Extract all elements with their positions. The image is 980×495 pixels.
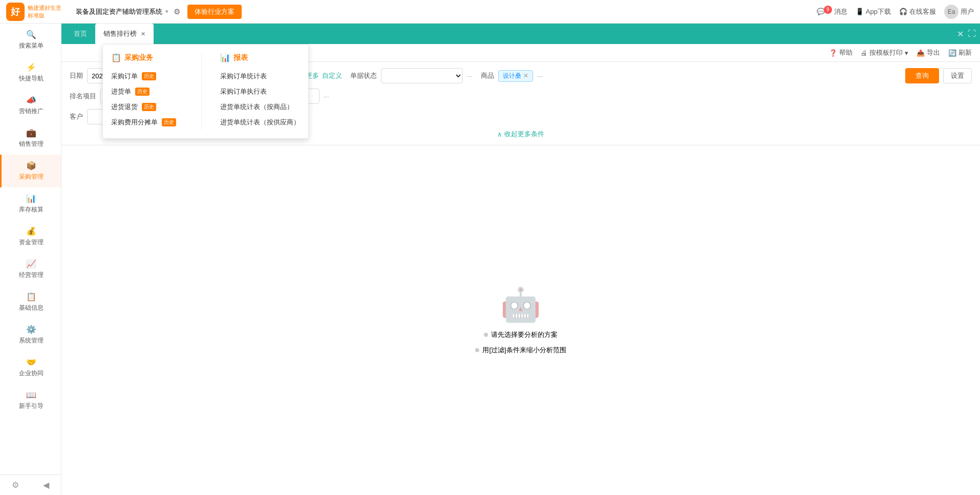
menu-item-report-2[interactable]: 采购订单执行表 (220, 84, 300, 99)
collapse-sidebar-btn[interactable]: ◀ (43, 480, 49, 490)
purchase-section-header: 📋 采购业务 (111, 53, 183, 62)
purchase-icon: 📦 (26, 161, 36, 170)
sidebar-item-inventory[interactable]: 📊 库存核算 (0, 187, 61, 220)
query-btn[interactable]: 查询 (905, 68, 939, 83)
voucher-status-select[interactable] (381, 68, 463, 83)
sidebar-label-inventory: 库存核算 (19, 205, 44, 214)
menu-label-report-3: 进货单统计表（按商品） (220, 102, 293, 112)
industry-btn[interactable]: 体验行业方案 (187, 5, 242, 19)
sidebar-item-sales[interactable]: 💼 销售管理 (0, 122, 61, 155)
report-section: 📊 报表 采购订单统计表 采购订单执行表 进货单统计表（按商品） 进货单统计表（… (220, 53, 300, 130)
salesperson-more[interactable]: ··· (324, 93, 329, 100)
help-btn[interactable]: ❓ 帮助 (829, 48, 853, 57)
menu-item-expense[interactable]: 采购费用分摊单 历史 (111, 115, 183, 130)
empty-dot-1 (484, 333, 488, 337)
export-btn[interactable]: 📤 导出 (917, 48, 940, 57)
voucher-status-more[interactable]: ··· (467, 72, 473, 80)
user-avatar-btn[interactable]: Ea 用户 (944, 5, 974, 19)
settings-footer-btn[interactable]: ⚙ (12, 480, 19, 490)
setting-btn[interactable]: 设置 (943, 68, 972, 83)
collapse-btn[interactable]: ∧ 收起更多条件 (497, 130, 544, 139)
guide-icon: 📖 (26, 390, 36, 400)
sidebar-item-enterprise[interactable]: 🤝 企业协同 (0, 351, 61, 384)
sidebar-item-quicknav[interactable]: ⚡ 快捷导航 (0, 56, 61, 89)
app-download-btn[interactable]: 📱 App下载 (856, 7, 891, 16)
print-dropdown-icon[interactable]: ▾ (905, 49, 908, 57)
menu-item-purchase-order[interactable]: 采购订单 历史 (111, 69, 183, 84)
logo-text: 畅捷通好生意 标准版 (28, 4, 61, 19)
menu-label-incoming: 进货单 (111, 87, 131, 96)
finance-icon: 💰 (26, 226, 36, 236)
online-service-btn[interactable]: 🎧 在线客服 (899, 7, 936, 16)
sidebar-item-basicinfo[interactable]: 📋 基础信息 (0, 286, 61, 318)
sidebar-label-system: 系统管理 (19, 336, 44, 345)
menu-label-report-4: 进货单统计表（按供应商） (220, 118, 300, 127)
menu-label-expense: 采购费用分摊单 (111, 118, 158, 127)
goods-more[interactable]: ··· (537, 72, 543, 80)
menu-item-report-4[interactable]: 进货单统计表（按供应商） (220, 115, 300, 130)
sidebar-bottom: ⚙ ◀ (0, 475, 61, 495)
operations-icon: 📈 (26, 259, 36, 269)
content-area: 首页 销售排行榜 ✕ ✕ ⛶ ❓ 帮助 🖨 按模板打印 ▾ 📤 (61, 24, 980, 495)
sidebar-item-operations[interactable]: 📈 经营管理 (0, 253, 61, 286)
topbar-right: 💬 9 消息 📱 App下载 🎧 在线客服 Ea 用户 (817, 5, 974, 19)
sidebar-label-basicinfo: 基础信息 (19, 304, 44, 312)
menu-item-return[interactable]: 进货退货 历史 (111, 99, 183, 115)
goods-tag-close[interactable]: ✕ (523, 72, 528, 79)
tab-bar-expand-icon[interactable]: ⛶ (968, 29, 976, 38)
sidebar-item-finance[interactable]: 💰 资金管理 (0, 220, 61, 253)
tab-home-label: 首页 (74, 29, 87, 38)
enterprise-icon: 🤝 (26, 357, 36, 367)
sidebar-label-purchase: 采购管理 (19, 173, 44, 181)
basicinfo-icon: 📋 (26, 292, 36, 302)
tab-home[interactable]: 首页 (66, 24, 95, 44)
help-icon: ❓ (829, 49, 837, 57)
report-section-icon: 📊 (220, 53, 230, 62)
message-btn[interactable]: 💬 9 消息 (817, 7, 847, 16)
tab-sales-ranking[interactable]: 销售排行榜 ✕ (95, 24, 154, 44)
tab-bar-right: ✕ ⛶ (957, 29, 976, 39)
empty-hint-2: 用[过滤]条件来缩小分析范围 (475, 346, 566, 355)
sidebar: 🔍 搜索菜单 ⚡ 快捷导航 📣 营销推广 💼 销售管理 📦 采购管理 📊 库存核… (0, 24, 61, 495)
inventory-icon: 📊 (26, 193, 36, 203)
menu-item-report-1[interactable]: 采购订单统计表 (220, 69, 300, 84)
system-dropdown-arrow[interactable]: ▾ (165, 8, 168, 15)
sales-icon: 💼 (26, 128, 36, 138)
sidebar-label-marketing: 营销推广 (19, 107, 44, 116)
system-gear-icon[interactable]: ⚙ (174, 7, 180, 16)
voucher-status-label: 单据状态 (350, 71, 377, 80)
export-icon: 📤 (917, 49, 925, 57)
system-name-area: 装备及固定资产辅助管理系统 ▾ ⚙ 体验行业方案 (68, 5, 817, 19)
history-badge-0: 历史 (142, 72, 156, 80)
history-badge-1: 历史 (135, 88, 150, 96)
menu-item-incoming[interactable]: 进货单 历史 (111, 84, 183, 99)
goods-filter: 商品 设计桑 ✕ ··· (481, 70, 543, 82)
print-btn[interactable]: 🖨 按模板打印 ▾ (861, 48, 908, 57)
refresh-btn[interactable]: 🔄 刷新 (948, 48, 972, 57)
empty-hint-1: 请先选择要分析的方案 (484, 330, 558, 339)
sidebar-label-enterprise: 企业协同 (19, 369, 44, 378)
sidebar-item-guide[interactable]: 📖 新手引导 (0, 384, 61, 417)
tab-close-icon[interactable]: ✕ (141, 31, 145, 37)
purchase-business-section: 📋 采购业务 采购订单 历史 进货单 历史 进货退货 历史 采购费用分摊单 (111, 53, 183, 130)
empty-dot-2 (475, 348, 479, 352)
rank-label: 排名项目 (70, 92, 96, 101)
tab-bar-close-icon[interactable]: ✕ (957, 29, 964, 39)
sidebar-item-marketing[interactable]: 📣 营销推广 (0, 89, 61, 122)
topbar: 好 畅捷通好生意 标准版 装备及固定资产辅助管理系统 ▾ ⚙ 体验行业方案 💬 … (0, 0, 980, 24)
history-badge-2: 历史 (142, 103, 156, 111)
sidebar-item-purchase[interactable]: 📦 采购管理 (0, 155, 61, 187)
search-icon: 🔍 (26, 30, 36, 39)
tab-bar: 首页 销售排行榜 ✕ ✕ ⛶ (61, 24, 980, 44)
sidebar-item-system[interactable]: ⚙️ 系统管理 (0, 318, 61, 351)
menu-divider-vertical (201, 53, 202, 130)
shortcut-custom[interactable]: 自定义 (322, 71, 342, 80)
menu-label-purchase-order: 采购订单 (111, 72, 138, 81)
sidebar-item-search[interactable]: 🔍 搜索菜单 (0, 24, 61, 56)
avatar: Ea (944, 5, 958, 19)
logo-icon: 好 (6, 3, 25, 21)
menu-item-report-3[interactable]: 进货单统计表（按商品） (220, 99, 300, 115)
collapse-arrow-icon: ∧ (497, 131, 502, 138)
main-layout: 🔍 搜索菜单 ⚡ 快捷导航 📣 营销推广 💼 销售管理 📦 采购管理 📊 库存核… (0, 24, 980, 495)
logo-area: 好 畅捷通好生意 标准版 (6, 3, 68, 21)
